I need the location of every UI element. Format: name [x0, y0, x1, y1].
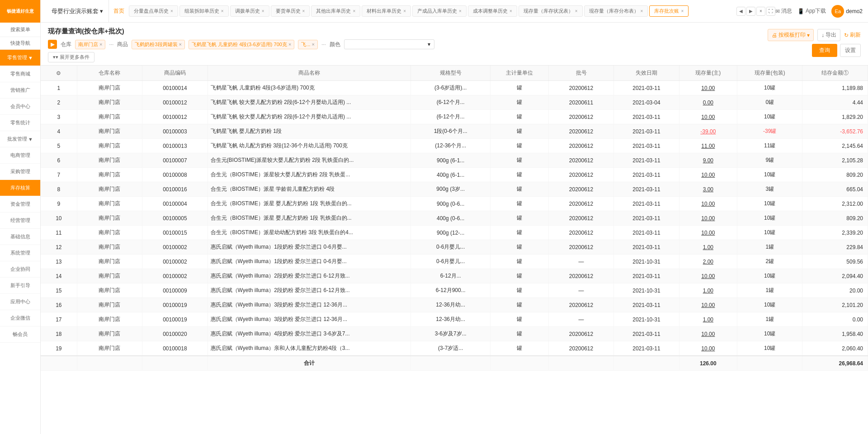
sidebar-search[interactable]: 搜索菜单 — [0, 23, 40, 37]
warehouse-dots[interactable]: ··· — [109, 41, 113, 47]
row-qty-main[interactable]: 1.00 — [679, 240, 737, 255]
tab-close-icon[interactable]: × — [262, 9, 264, 14]
tab-xiancunliang-status[interactable]: 现存量（库存状况表） × — [519, 5, 583, 17]
sidebar-item-member[interactable]: 畅会员 — [0, 326, 40, 343]
row-qty-main[interactable]: 0.00 — [679, 95, 737, 110]
tab-pici[interactable]: 库存批次账 × — [649, 5, 689, 17]
product-dots[interactable]: ··· — [321, 41, 326, 47]
color-input[interactable]: ▾ — [344, 39, 434, 49]
row-qty-main[interactable]: 1.00 — [679, 283, 737, 298]
warehouse-tag[interactable]: 南岸门店 × — [75, 40, 105, 49]
row-qty-main[interactable]: 9.00 — [679, 153, 737, 168]
tab-close-icon[interactable]: × — [681, 9, 684, 14]
table-row: 5 南岸门店 00100013 飞鹤星飞帆 幼儿配方奶粉 3段(12-36个月幼… — [41, 139, 868, 153]
tab-yaohuo[interactable]: 要货单历史 × — [271, 5, 310, 17]
tab-chenben[interactable]: 成本调整单历史 × — [468, 5, 517, 17]
warehouse-tag-remove[interactable]: × — [99, 42, 102, 47]
tab-chanchengpin[interactable]: 产成品入库单历史 × — [412, 5, 467, 17]
sidebar-item-label: 会员中心 — [10, 104, 30, 109]
sidebar-item-marketing[interactable]: 营销推广 — [0, 82, 40, 99]
tab-close-icon[interactable]: × — [221, 9, 224, 14]
row-qty-main[interactable]: 10.00 — [679, 81, 737, 95]
sidebar-item-label: 畅会员 — [13, 331, 28, 337]
tab-close-icon[interactable]: × — [641, 9, 643, 14]
product-tag1[interactable]: 飞鹤奶粉3段两罐装 × — [132, 40, 185, 49]
product-tag3[interactable]: 飞... × — [298, 40, 318, 49]
tab-zuzhangchaijian[interactable]: 组装拆卸单历史 × — [179, 5, 229, 17]
sidebar-item-inventory[interactable]: 库存核算 — [0, 180, 40, 196]
row-qty-main[interactable]: 11.00 — [679, 139, 737, 153]
row-balance: 2,105.28 — [802, 153, 868, 168]
tab-xiancunliang-dist[interactable]: 现存量（库存分布表） × — [584, 5, 648, 17]
sidebar-item-operations[interactable]: 经营管理 — [0, 212, 40, 229]
search-button[interactable]: 查询 — [812, 44, 837, 57]
product-tag3-remove[interactable]: × — [312, 42, 315, 47]
tab-diaobodanhistory[interactable]: 调拨单历史 × — [230, 5, 269, 17]
nav-left-arrow[interactable]: ◀ — [736, 7, 745, 16]
sidebar-item-system[interactable]: 系统管理 — [0, 245, 40, 261]
sidebar-item-wholesale[interactable]: 批发管理 ▼ — [0, 131, 40, 147]
filter-expand-button[interactable]: ▶ — [48, 40, 57, 49]
export-button[interactable]: ↓ 导出 — [817, 29, 840, 41]
row-qty-main[interactable]: -39.00 — [679, 124, 737, 139]
topbar-app-download[interactable]: 📱 App下载 — [797, 7, 826, 15]
row-qty-main[interactable]: 2.00 — [679, 255, 737, 269]
print-icon: 🖨 — [772, 32, 777, 38]
product-tag1-remove[interactable]: × — [179, 42, 182, 47]
tab-close-icon[interactable]: × — [403, 9, 406, 14]
sidebar-item-ecommerce[interactable]: 电商管理 — [0, 147, 40, 164]
sidebar-item-finance[interactable]: 资金管理 — [0, 196, 40, 212]
row-qty-main[interactable]: 10.00 — [679, 269, 737, 283]
col-spec: 规格型号 — [410, 66, 491, 81]
sidebar-item-retail[interactable]: 零售管理 ▼ — [0, 50, 40, 66]
tab-cailiaochuku[interactable]: 材料出库单历史 × — [362, 5, 411, 17]
refresh-button[interactable]: ↻ 刷新 — [844, 31, 861, 39]
tab-qitachuku[interactable]: 其他出库单历史 × — [311, 5, 360, 17]
row-qty-main[interactable]: 10.00 — [679, 110, 737, 124]
sidebar-item-basics[interactable]: 基础信息 — [0, 229, 40, 245]
sidebar-item-members[interactable]: 会员中心 — [0, 99, 40, 115]
tab-close-icon[interactable]: × — [459, 9, 462, 14]
nav-right-arrow[interactable]: ▶ — [746, 7, 755, 16]
nav-expand-btn[interactable]: ⛶ — [766, 7, 775, 16]
product-tag2-remove[interactable]: × — [288, 42, 291, 47]
sidebar-item-guide[interactable]: 新手引导 — [0, 278, 40, 294]
sidebar-item-app-center[interactable]: 应用中心 — [0, 294, 40, 310]
sidebar-quick-nav[interactable]: 快捷导航 — [0, 37, 40, 50]
nav-close-btn[interactable]: × — [756, 7, 765, 16]
topbar-home[interactable]: 首页 — [109, 7, 129, 15]
row-qty-main[interactable]: 10.00 — [679, 168, 737, 182]
sidebar-item-purchase[interactable]: 采购管理 — [0, 164, 40, 180]
tab-close-icon[interactable]: × — [509, 9, 512, 14]
row-qty-main[interactable]: 10.00 — [679, 298, 737, 312]
print-arrow-icon: ▾ — [807, 32, 810, 38]
topbar-user[interactable]: Ea demo2 — [831, 5, 863, 18]
product-tag2[interactable]: 飞鹤星飞帆 儿童奶粉 4段(3-6岁适用) 700克 × — [189, 40, 294, 49]
expand-conditions-button[interactable]: ▾▾ 展开更多条件 — [48, 52, 94, 62]
tab-close-icon[interactable]: × — [353, 9, 355, 14]
row-qty-main[interactable]: 10.00 — [679, 327, 737, 341]
tab-close-icon[interactable]: × — [302, 9, 305, 14]
topbar-breadcrumb[interactable]: 母婴行业演示账套 ▾ — [46, 0, 109, 22]
sidebar-item-enterprise[interactable]: 企业协同 — [0, 261, 40, 278]
tab-close-icon[interactable]: × — [575, 9, 578, 14]
row-qty-main[interactable]: 10.00 — [679, 341, 737, 356]
table-row: 19 南岸门店 00100018 惠氏启赋（Wyeth illuma）亲和人体儿… — [41, 341, 868, 356]
settings-button[interactable]: 设置 — [840, 44, 861, 57]
row-qty-main[interactable]: 10.00 — [679, 211, 737, 226]
row-expire: 2021-10-31 — [614, 283, 679, 298]
row-qty-main[interactable]: 10.00 — [679, 226, 737, 240]
tab-close-icon[interactable]: × — [170, 9, 173, 14]
print-button[interactable]: 🖨 按模板打印 ▾ — [768, 29, 814, 41]
topbar-message[interactable]: ✉ 消息 — [775, 7, 792, 15]
row-qty-main[interactable]: 10.00 — [679, 197, 737, 211]
sidebar-item-retail-stats[interactable]: 零售统计 — [0, 115, 40, 131]
col-settings[interactable]: ⚙ — [41, 66, 77, 81]
row-qty-main[interactable]: 3.00 — [679, 182, 737, 197]
row-qty-main[interactable]: 1.00 — [679, 312, 737, 327]
sidebar-item-retail-shop[interactable]: 零售商城 — [0, 66, 40, 82]
row-balance: 509.56 — [802, 255, 868, 269]
sidebar-item-enterprise-wechat[interactable]: 企业微信 — [0, 310, 40, 326]
tab-fenliangpandian[interactable]: 分量盘点单历史 × — [129, 5, 178, 17]
row-warehouse: 南岸门店 — [77, 197, 142, 211]
